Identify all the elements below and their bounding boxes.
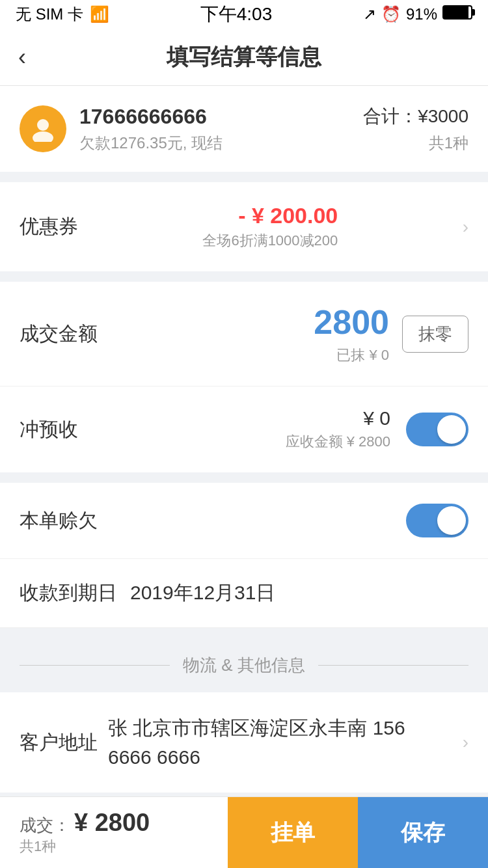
customer-left: 17666666666 欠款1276.35元, 现结: [20, 105, 223, 154]
coupon-row[interactable]: 优惠券 - ¥ 200.00 全场6折满1000减200 ›: [0, 182, 488, 271]
amount-section: 成交金额 2800 已抹 ¥ 0 抹零 冲预收 ¥ 0 应收金额 ¥ 2800: [0, 282, 488, 472]
status-bar-left: 无 SIM 卡 📶: [16, 4, 109, 25]
svg-point-0: [37, 119, 49, 131]
debt-section: 本单赊欠 收款到期日 2019年12月31日: [0, 483, 488, 628]
nav-bar: ‹ 填写结算等信息: [0, 29, 488, 86]
logistics-label: 物流 & 其他信息: [183, 654, 305, 677]
debt-toggle[interactable]: [406, 504, 468, 537]
amount-right: 2800 已抹 ¥ 0 抹零: [314, 303, 468, 365]
main-content: 17666666666 欠款1276.35元, 现结 合计：¥3000 共1种 …: [0, 86, 488, 868]
deal-row: 成交： ¥ 2800: [20, 809, 208, 837]
wifi-icon: 📶: [90, 5, 109, 23]
prepaid-label: 冲预收: [20, 416, 78, 443]
address-chevron-icon: ›: [463, 732, 468, 753]
chevron-right-icon: ›: [463, 217, 468, 237]
svg-point-1: [33, 131, 53, 142]
prepaid-right: ¥ 0 应收金额 ¥ 2800: [286, 407, 468, 452]
due-date-row: 收款到期日 2019年12月31日: [0, 559, 488, 628]
bottom-bar: 成交： ¥ 2800 共1种 挂单 保存: [0, 796, 488, 868]
coupon-desc: 全场6折满1000减200: [202, 231, 338, 251]
coupon-right: - ¥ 200.00 全场6折满1000减200: [202, 203, 338, 251]
amount-label: 成交金额: [20, 321, 98, 347]
battery-label: 91%: [406, 5, 437, 23]
address-label: 客户地址: [20, 729, 98, 756]
avatar: [20, 105, 66, 152]
due-date-value: 2019年12月31日: [130, 580, 275, 606]
toggle-knob: [437, 415, 466, 444]
customer-phone: 17666666666: [79, 105, 223, 129]
prepaid-value-group: ¥ 0 应收金额 ¥ 2800: [286, 407, 390, 452]
amount-row: 成交金额 2800 已抹 ¥ 0 抹零: [0, 282, 488, 387]
prepaid-amount: ¥ 0: [286, 407, 390, 429]
page-title: 填写结算等信息: [167, 42, 321, 72]
customer-count: 共1种: [363, 133, 468, 154]
status-bar: 无 SIM 卡 📶 下午4:03 ↗ ⏰ 91%: [0, 0, 488, 29]
battery-icon: [442, 5, 472, 23]
deal-label: 成交：: [20, 814, 70, 837]
prepaid-row: 冲预收 ¥ 0 应收金额 ¥ 2800: [0, 387, 488, 472]
debt-label: 本单赊欠: [20, 508, 98, 534]
address-value: 张 北京市市辖区海淀区永丰南 156 6666 6666: [108, 713, 452, 772]
status-bar-time: 下午4:03: [200, 2, 273, 27]
due-date-label: 收款到期日: [20, 580, 117, 606]
amount-sub: 已抹 ¥ 0: [314, 346, 389, 365]
customer-debt: 欠款1276.35元, 现结: [79, 133, 223, 154]
pending-button[interactable]: 挂单: [228, 797, 358, 869]
customer-card: 17666666666 欠款1276.35元, 现结 合计：¥3000 共1种: [0, 86, 488, 172]
bottom-summary: 成交： ¥ 2800 共1种: [0, 809, 228, 856]
debt-row: 本单赊欠: [0, 483, 488, 559]
coupon-section: 优惠券 - ¥ 200.00 全场6折满1000减200 ›: [0, 182, 488, 271]
amount-value: 2800: [314, 303, 389, 342]
debt-toggle-knob: [437, 506, 466, 535]
coupon-label: 优惠券: [20, 213, 78, 240]
customer-info: 17666666666 欠款1276.35元, 现结: [79, 105, 223, 154]
customer-total: 合计：¥3000: [363, 104, 468, 129]
address-row[interactable]: 客户地址 张 北京市市辖区海淀区永丰南 156 6666 6666 ›: [0, 692, 488, 793]
prepaid-toggle[interactable]: [406, 413, 468, 446]
logistics-header: 物流 & 其他信息: [0, 638, 488, 692]
coupon-value: - ¥ 200.00: [202, 203, 338, 228]
status-bar-right: ↗ ⏰ 91%: [363, 5, 472, 23]
deal-count: 共1种: [20, 837, 208, 856]
amount-value-group: 2800 已抹 ¥ 0: [314, 303, 389, 365]
location-icon: ↗: [363, 5, 376, 23]
save-button[interactable]: 保存: [358, 797, 488, 869]
customer-right: 合计：¥3000 共1种: [363, 104, 468, 154]
back-button[interactable]: ‹: [18, 44, 26, 71]
round-button[interactable]: 抹零: [402, 316, 468, 353]
alarm-icon: ⏰: [381, 5, 401, 23]
prepaid-sub: 应收金额 ¥ 2800: [286, 432, 390, 452]
deal-amount: ¥ 2800: [74, 809, 150, 837]
sim-label: 无 SIM 卡: [16, 4, 83, 25]
